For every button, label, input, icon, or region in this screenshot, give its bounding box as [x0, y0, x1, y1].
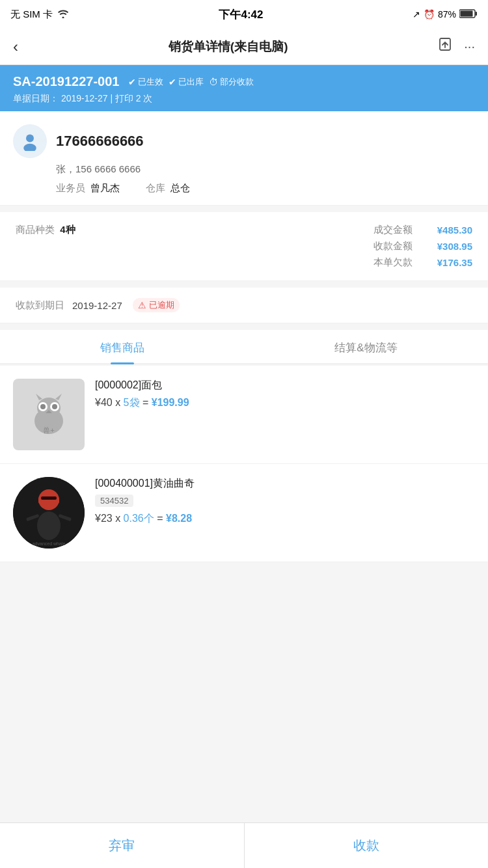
status-right: ↗ ⏰ 87%	[413, 9, 478, 20]
badge-effective: ✔ 已生效	[128, 76, 163, 88]
product-thumbnail-owl: 兽+	[13, 379, 85, 450]
cancel-button[interactable]: 弃审	[0, 823, 245, 868]
price-qty-2: 0.36个	[124, 513, 154, 524]
due-section: 收款到期日 2019-12-27 ⚠ 已逾期	[0, 288, 488, 323]
check-icon: ✔	[128, 77, 136, 87]
warehouse-value: 总仓	[170, 182, 190, 193]
svg-rect-21	[41, 496, 57, 500]
due-date-label: 收款到期日	[16, 299, 64, 312]
sales-meta: 业务员 曾凡杰	[56, 182, 120, 195]
product-thumbnail-ninja: advanced whale	[13, 477, 85, 549]
nav-bar: ‹ 销货单详情(来自电脑) ···	[0, 29, 488, 65]
product-info-bread: [0000002]面包 ¥40 x 5袋 = ¥199.99	[95, 379, 475, 410]
debt-label: 本单欠款	[373, 256, 413, 269]
sales-value: 曾凡杰	[90, 182, 120, 193]
check-icon-2: ✔	[169, 77, 176, 87]
product-item: 兽+ [0000002]面包 ¥40 x 5袋 = ¥199.99	[0, 366, 488, 464]
products-list: 兽+ [0000002]面包 ¥40 x 5袋 = ¥199.99	[0, 366, 488, 562]
svg-rect-1	[475, 12, 477, 16]
due-date-value: 2019-12-27	[72, 300, 122, 311]
svg-point-12	[52, 404, 57, 409]
header-date-row: 单据日期： 2019-12-27 | 打印 2 次	[13, 93, 475, 105]
customer-name-phone: 张，156 6666 6666	[56, 163, 475, 176]
price-total-2: ¥8.28	[166, 513, 192, 524]
overdue-icon: ⚠	[138, 300, 146, 310]
product-name-cookie: [000400001]黄油曲奇	[95, 477, 475, 491]
print-info: | 打印 2 次	[110, 93, 152, 103]
summary-right: 成交金额 ¥485.30 收款金额 ¥308.95 本单欠款 ¥176.35	[373, 224, 472, 269]
deal-row: 成交金额 ¥485.30	[373, 224, 472, 236]
confirm-button[interactable]: 收款	[245, 823, 489, 868]
summary-section: 商品种类 4种 成交金额 ¥485.30 收款金额 ¥308.95 本单欠款 ¥…	[0, 212, 488, 281]
share-icon[interactable]	[438, 38, 452, 55]
tabs-container: 销售商品 结算&物流等	[0, 330, 488, 364]
clock-icon: ⏱	[209, 77, 218, 87]
tab-sales-goods[interactable]: 销售商品	[0, 330, 244, 363]
warehouse-meta: 仓库 总仓	[146, 182, 190, 195]
badge-shipped: ✔ 已出库	[169, 76, 204, 88]
status-bar: 无 SIM 卡 下午4:42 ↗ ⏰ 87%	[0, 0, 488, 29]
date-label: 单据日期：	[13, 93, 59, 103]
product-name-bread: [0000002]面包	[95, 379, 475, 392]
svg-point-5	[23, 144, 36, 151]
svg-rect-2	[460, 10, 472, 16]
order-date: 2019-12-27	[61, 93, 108, 103]
back-button[interactable]: ‹	[13, 38, 18, 56]
debt-value: ¥176.35	[420, 257, 472, 268]
battery-label: 87%	[438, 9, 456, 20]
status-badges: ✔ 已生效 ✔ 已出库 ⏱ 部分收款	[128, 76, 254, 88]
warehouse-label: 仓库	[146, 182, 165, 193]
price-base: ¥40	[95, 397, 113, 408]
page-title: 销货单详情(来自电脑)	[169, 38, 288, 55]
wifi-icon	[57, 9, 70, 20]
receipt-value: ¥308.95	[420, 241, 472, 252]
svg-text:兽+: 兽+	[43, 426, 54, 434]
nav-actions: ···	[438, 38, 475, 55]
overdue-label: 已逾期	[149, 299, 174, 311]
alarm-icon: ⏰	[424, 9, 435, 20]
category-label: 商品种类	[16, 224, 55, 235]
svg-text:advanced whale: advanced whale	[33, 541, 66, 546]
order-id: SA-20191227-001	[13, 74, 119, 89]
status-left: 无 SIM 卡	[10, 8, 70, 21]
summary-left: 商品种类 4种	[16, 224, 75, 236]
category-value: 4种	[60, 224, 75, 235]
customer-meta: 业务员 曾凡杰 仓库 总仓	[56, 182, 475, 195]
product-price-cookie: ¥23 x 0.36个 = ¥8.28	[95, 512, 475, 526]
badge-partial: ⏱ 部分收款	[209, 76, 254, 88]
product-info-cookie: [000400001]黄油曲奇 534532 ¥23 x 0.36个 = ¥8.…	[95, 477, 475, 526]
sales-label: 业务员	[56, 182, 85, 193]
deal-label: 成交金额	[373, 224, 413, 236]
header-banner: SA-20191227-001 ✔ 已生效 ✔ 已出库 ⏱ 部分收款 单据日期：…	[0, 65, 488, 111]
more-icon[interactable]: ···	[464, 39, 475, 54]
bottom-bar: 弃审 收款	[0, 822, 488, 868]
tab-settlement[interactable]: 结算&物流等	[244, 330, 488, 363]
receipt-label: 收款金额	[373, 240, 413, 252]
price-total: ¥199.99	[152, 397, 189, 408]
status-time: 下午4:42	[219, 7, 263, 22]
customer-account-id: 17666666666	[56, 133, 144, 150]
svg-point-19	[37, 511, 61, 540]
battery-icon	[459, 9, 478, 20]
svg-point-11	[40, 404, 46, 409]
product-tag-cookie: 534532	[95, 495, 133, 507]
avatar	[13, 124, 47, 158]
svg-point-4	[26, 135, 34, 142]
product-item-2: advanced whale [000400001]黄油曲奇 534532 ¥2…	[0, 464, 488, 562]
customer-row: 17666666666	[13, 124, 475, 158]
debt-row: 本单欠款 ¥176.35	[373, 256, 472, 269]
overdue-badge: ⚠ 已逾期	[133, 298, 180, 312]
price-qty: 5袋	[124, 397, 140, 408]
price-base-2: ¥23	[95, 513, 113, 524]
deal-value: ¥485.30	[420, 224, 472, 236]
product-price-bread: ¥40 x 5袋 = ¥199.99	[95, 396, 475, 410]
carrier-label: 无 SIM 卡	[10, 8, 53, 21]
customer-section: 17666666666 张，156 6666 6666 业务员 曾凡杰 仓库 总…	[0, 111, 488, 206]
receipt-row: 收款金额 ¥308.95	[373, 240, 472, 252]
location-icon: ↗	[413, 9, 420, 20]
